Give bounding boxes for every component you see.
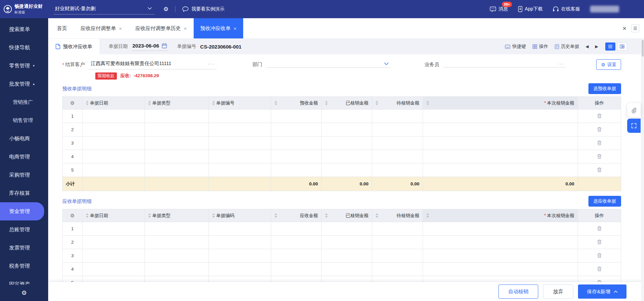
sort-icon[interactable] bbox=[148, 101, 151, 105]
cell-amount[interactable] bbox=[271, 150, 322, 163]
tab-list-button[interactable] bbox=[631, 24, 639, 32]
sort-icon[interactable] bbox=[426, 213, 429, 218]
delete-row-button[interactable] bbox=[596, 167, 603, 173]
cell-doc-type[interactable] bbox=[145, 263, 209, 276]
more-icon[interactable]: ··· bbox=[207, 62, 215, 65]
cell-pending[interactable] bbox=[372, 150, 423, 163]
cell-pending[interactable] bbox=[372, 123, 423, 137]
sidebar-item-ecommerce-mgmt[interactable]: 电商管理 bbox=[0, 148, 48, 166]
more-icon[interactable]: ··· bbox=[557, 62, 565, 65]
cell-doc-type[interactable] bbox=[145, 123, 209, 137]
cell-current-writeoff[interactable] bbox=[423, 236, 578, 249]
sidebar-item-general-ledger[interactable]: 总账管理 bbox=[0, 220, 48, 239]
department-field[interactable] bbox=[266, 62, 391, 68]
auto-writeoff-button[interactable]: 自动核销 bbox=[498, 284, 538, 299]
save-and-new-button[interactable]: 保存&新增 bbox=[578, 284, 626, 299]
sidebar-item-wholesale-mgmt[interactable]: 批发管理 ▲ bbox=[0, 75, 48, 93]
online-support-button[interactable]: 在线客服 bbox=[553, 6, 580, 12]
shortcut-keys-button[interactable]: 快捷键 bbox=[505, 43, 526, 50]
cell-writtenoff[interactable] bbox=[322, 110, 372, 123]
operations-button[interactable]: 操作 bbox=[533, 43, 548, 50]
scrollbar[interactable] bbox=[641, 39, 644, 301]
cell-doc-date[interactable] bbox=[83, 137, 145, 150]
sidebar-item-retail-mgmt[interactable]: 零售管理 ▼ bbox=[0, 57, 48, 75]
delete-row-button[interactable] bbox=[596, 239, 603, 245]
scrollbar-thumb[interactable] bbox=[642, 40, 644, 57]
sort-icon[interactable] bbox=[426, 101, 429, 105]
cell-writtenoff[interactable] bbox=[322, 263, 372, 276]
cell-pending[interactable] bbox=[372, 163, 423, 177]
topbar-settings-gear-icon[interactable]: ⚙ bbox=[163, 6, 168, 13]
cell-doc-date[interactable] bbox=[83, 222, 145, 236]
view-toggle-board[interactable] bbox=[617, 42, 627, 51]
cell-doc-date[interactable] bbox=[83, 110, 145, 123]
sort-icon[interactable] bbox=[376, 101, 378, 105]
sort-icon[interactable] bbox=[376, 213, 378, 218]
cell-amount[interactable] bbox=[271, 249, 322, 263]
discard-button[interactable]: 放弃 bbox=[543, 284, 573, 299]
cell-writtenoff[interactable] bbox=[322, 236, 372, 249]
table-settings-gear-icon[interactable]: ⚙ bbox=[70, 213, 74, 218]
cell-doc-no[interactable] bbox=[209, 249, 271, 263]
cell-doc-date[interactable] bbox=[83, 249, 145, 263]
cell-doc-type[interactable] bbox=[145, 236, 209, 249]
cell-current-writeoff[interactable] bbox=[423, 222, 578, 236]
cell-doc-type[interactable] bbox=[145, 222, 209, 236]
sort-icon[interactable] bbox=[86, 213, 89, 218]
sort-icon[interactable] bbox=[148, 213, 151, 218]
cell-amount[interactable] bbox=[271, 163, 322, 177]
cell-doc-no[interactable] bbox=[209, 150, 271, 163]
cell-current-writeoff[interactable] bbox=[423, 150, 578, 163]
cell-writtenoff[interactable] bbox=[322, 249, 372, 263]
next-doc-button[interactable]: ▶ bbox=[595, 44, 598, 49]
cell-writtenoff[interactable] bbox=[322, 163, 372, 177]
receivable-section-title[interactable]: 应收单据明细 bbox=[62, 198, 92, 205]
cell-amount[interactable] bbox=[271, 137, 322, 150]
cell-doc-no[interactable] bbox=[209, 110, 271, 123]
table-settings-gear-icon[interactable]: ⚙ bbox=[70, 100, 74, 106]
org-selector[interactable]: 好业财测试-量勿删 bbox=[54, 4, 155, 14]
sort-icon[interactable] bbox=[275, 213, 277, 218]
sidebar-item-xiaochang-ecommerce[interactable]: 小畅电商 bbox=[0, 129, 48, 148]
cell-writtenoff[interactable] bbox=[322, 222, 372, 236]
attachment-button[interactable] bbox=[627, 103, 641, 117]
sidebar-item-invoice-mgmt[interactable]: 发票管理 bbox=[0, 239, 48, 257]
sidebar-item-marketing-promo[interactable]: 营销推广 bbox=[0, 93, 48, 111]
tab-prepaid-writeoff[interactable]: 预收冲应收单 × bbox=[194, 18, 244, 38]
sort-icon[interactable] bbox=[325, 101, 328, 105]
select-prepaid-docs-button[interactable]: 选预收单据 bbox=[588, 83, 621, 94]
delete-row-button[interactable] bbox=[596, 140, 603, 146]
cell-current-writeoff[interactable] bbox=[423, 137, 578, 150]
cell-current-writeoff[interactable] bbox=[423, 263, 578, 276]
tab-close-icon[interactable]: × bbox=[234, 26, 237, 31]
cell-amount[interactable] bbox=[271, 110, 322, 123]
prev-doc-button[interactable]: ◀ bbox=[586, 44, 589, 49]
select-receivable-docs-button[interactable]: 选应收单据 bbox=[588, 196, 621, 207]
cell-writtenoff[interactable] bbox=[322, 150, 372, 163]
delete-row-button[interactable] bbox=[596, 225, 603, 232]
cell-pending[interactable] bbox=[372, 137, 423, 150]
cell-doc-type[interactable] bbox=[145, 110, 209, 123]
sort-icon[interactable] bbox=[212, 213, 215, 218]
cell-doc-no[interactable] bbox=[209, 137, 271, 150]
cell-doc-type[interactable] bbox=[145, 249, 209, 263]
delete-row-button[interactable] bbox=[596, 266, 603, 272]
form-tab[interactable]: 预收冲应收单 bbox=[48, 39, 100, 54]
cell-amount[interactable] bbox=[271, 123, 322, 137]
tab-ar-ap-adjustment[interactable]: 应收应付调整单 × bbox=[74, 18, 129, 38]
cell-doc-no[interactable] bbox=[209, 163, 271, 177]
settings-button[interactable]: ⚙ 设置 bbox=[596, 59, 621, 70]
sidebar-settings-gear-icon[interactable]: ⚙ bbox=[21, 289, 27, 297]
cell-current-writeoff[interactable] bbox=[423, 110, 578, 123]
sidebar-item-quick-nav[interactable]: 快捷导航 bbox=[0, 38, 48, 57]
sidebar-item-sales-mgmt[interactable]: 销售管理 bbox=[0, 111, 48, 129]
cell-writtenoff[interactable] bbox=[322, 123, 372, 137]
tab-close-icon[interactable]: × bbox=[119, 26, 122, 31]
cell-amount[interactable] bbox=[271, 263, 322, 276]
sort-icon[interactable] bbox=[275, 101, 277, 105]
cell-pending[interactable] bbox=[372, 236, 423, 249]
history-docs-button[interactable]: 历史单据 bbox=[555, 43, 579, 50]
sidebar-item-fixed-assets[interactable]: 固定资产 bbox=[0, 275, 48, 285]
cell-amount[interactable] bbox=[271, 222, 322, 236]
tab-home[interactable]: 首页 bbox=[50, 18, 74, 38]
